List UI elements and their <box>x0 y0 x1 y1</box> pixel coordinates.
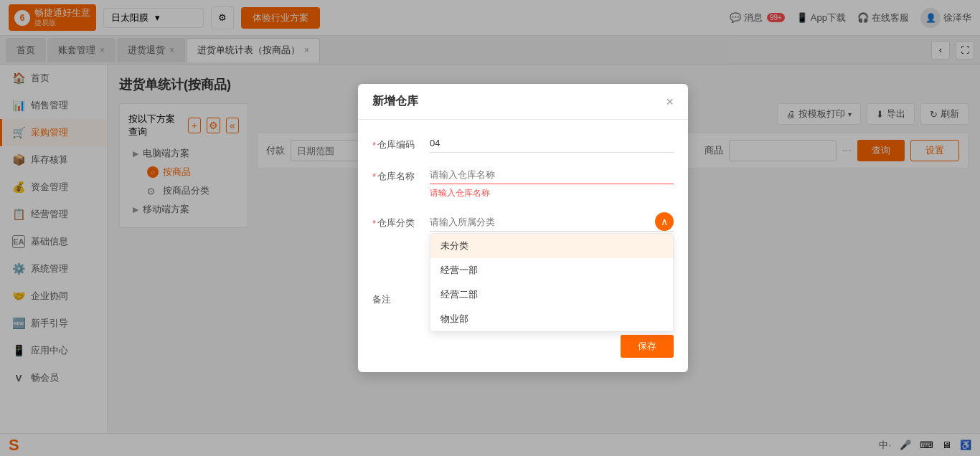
required-star-category: * <box>372 218 376 229</box>
modal-header: 新增仓库 × <box>358 84 688 120</box>
name-input[interactable] <box>430 166 674 184</box>
modal-footer: 保存 <box>358 335 688 358</box>
code-field-row: * 仓库编码 <box>372 134 674 153</box>
code-input[interactable] <box>430 134 674 153</box>
code-label: * 仓库编码 <box>372 134 430 151</box>
note-label: 备注 <box>372 289 430 306</box>
category-label: * 仓库分类 <box>372 212 430 229</box>
save-button[interactable]: 保存 <box>621 335 674 358</box>
required-star-name: * <box>372 171 376 182</box>
category-field: ∧ 未分类 经营一部 经营二部 物业部 <box>430 212 674 232</box>
category-toggle-button[interactable]: ∧ <box>655 212 674 231</box>
dropdown-item-dept1[interactable]: 经营一部 <box>430 258 673 282</box>
dropdown-item-dept2[interactable]: 经营二部 <box>430 282 673 307</box>
required-star-code: * <box>372 140 376 151</box>
dropdown-item-property[interactable]: 物业部 <box>430 307 673 331</box>
category-input[interactable] <box>430 213 655 231</box>
modal-title: 新增仓库 <box>372 94 418 109</box>
name-error-text: 请输入仓库名称 <box>430 187 674 199</box>
name-label: * 仓库名称 <box>372 166 430 183</box>
modal-body: * 仓库编码 * 仓库名称 请输入仓库名称 * 仓库分类 <box>358 120 688 335</box>
category-field-row: * 仓库分类 ∧ 未分类 经营一部 经营二部 物业部 <box>372 212 674 232</box>
modal-close-button[interactable]: × <box>666 95 674 108</box>
dropdown-item-uncategorized[interactable]: 未分类 <box>430 234 673 258</box>
code-field <box>430 134 674 153</box>
add-warehouse-modal: 新增仓库 × * 仓库编码 * 仓库名称 请输入仓库名称 <box>358 84 688 372</box>
category-dropdown: 未分类 经营一部 经营二部 物业部 <box>430 233 674 332</box>
name-field: 请输入仓库名称 <box>430 166 674 199</box>
name-field-row: * 仓库名称 请输入仓库名称 <box>372 166 674 199</box>
category-select-wrapper: ∧ <box>430 212 674 232</box>
